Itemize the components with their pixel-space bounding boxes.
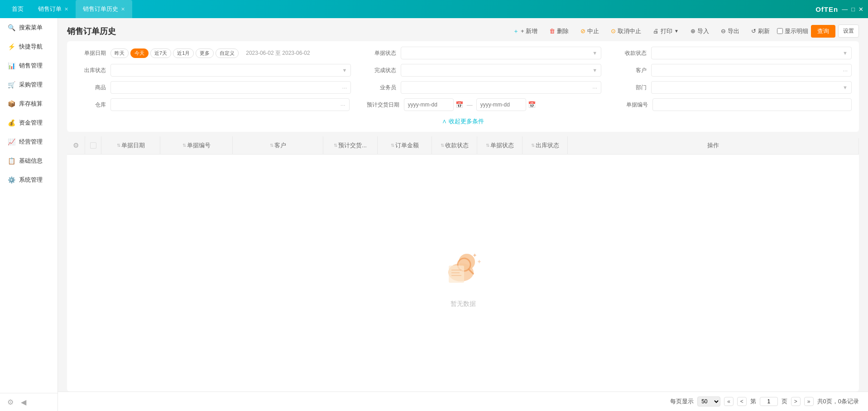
collapse-label: ∧ 收起更多条件 — [442, 117, 484, 126]
page-number-input[interactable] — [760, 397, 778, 406]
sidebar-collapse-icon[interactable]: ◀ — [21, 398, 26, 406]
date-btn-today[interactable]: 今天 — [130, 48, 149, 58]
tab-sales-order-label: 销售订单 — [38, 5, 62, 13]
last-page-btn[interactable]: » — [804, 397, 814, 406]
shipment-status-select[interactable]: ▼ — [110, 64, 351, 77]
payment-status-select[interactable]: ▼ — [651, 47, 852, 59]
customer-control: ··· — [651, 64, 852, 77]
purchase-mgmt-icon: 🛒 — [7, 81, 15, 89]
salesperson-select[interactable]: ··· — [401, 81, 601, 94]
sidebar-item-quick-nav[interactable]: ⚡ 快捷导航 — [0, 37, 58, 56]
new-button[interactable]: ＋ + 新增 — [508, 25, 542, 38]
topbar-tabs: 首页 销售订单 ✕ 销售订单历史 ✕ — [5, 0, 132, 18]
empty-illustration: ✦ ✦ — [436, 238, 490, 293]
shipment-status-dropdown-icon: ▼ — [342, 68, 347, 73]
tab-home[interactable]: 首页 — [5, 0, 31, 18]
warehouse-select[interactable]: ··· — [110, 98, 350, 111]
sort-icon-customer: ⇅ — [270, 143, 273, 148]
minimize-btn[interactable]: — — [842, 6, 848, 13]
sidebar-item-basic-info[interactable]: 📋 基础信息 — [0, 151, 58, 170]
column-settings-icon[interactable]: ⚙ — [73, 141, 79, 150]
sidebar-label-finance-mgmt: 资金管理 — [19, 119, 43, 127]
date-btn-more[interactable]: 更多 — [196, 48, 214, 58]
stop-button[interactable]: ⊘ 中止 — [576, 25, 604, 38]
th-checkbox — [85, 136, 101, 154]
complete-status-select[interactable]: ▼ — [401, 64, 601, 77]
maximize-btn[interactable]: □ — [851, 6, 855, 13]
print-dropdown-icon: ▼ — [674, 29, 679, 34]
export-icon: ⊖ — [721, 28, 726, 34]
sidebar-item-sys-mgmt[interactable]: ⚙️ 系统管理 — [0, 170, 58, 189]
tab-sales-order-history[interactable]: 销售订单历史 ✕ — [76, 0, 132, 18]
next-page-btn[interactable]: > — [791, 397, 801, 406]
sidebar-item-purchase-mgmt[interactable]: 🛒 采购管理 — [0, 75, 58, 94]
sidebar-item-inventory-check[interactable]: 📦 库存核算 — [0, 94, 58, 113]
th-payment-label: 收款状态 — [445, 141, 469, 150]
prev-page-btn[interactable]: < — [737, 397, 747, 406]
th-customer[interactable]: ⇅ 客户 — [233, 136, 323, 154]
stop-icon: ⊘ — [580, 28, 585, 34]
print-icon: 🖨 — [653, 28, 659, 34]
sidebar-item-sales-mgmt[interactable]: 📊 销售管理 — [0, 56, 58, 75]
th-number[interactable]: ⇅ 单据编号 — [160, 136, 233, 154]
settings-button[interactable]: 设置 — [838, 24, 859, 38]
th-delivery[interactable]: ⇅ 预计交货... — [323, 136, 378, 154]
delivery-date-to[interactable] — [476, 98, 526, 111]
th-payment-status[interactable]: ⇅ 收款状态 — [432, 136, 477, 154]
calendar-to-icon[interactable]: 📅 — [528, 101, 536, 108]
first-page-btn[interactable]: « — [724, 397, 734, 406]
cancel-stop-button[interactable]: ⊙ 取消中止 — [606, 25, 646, 38]
cancel-stop-icon: ⊙ — [611, 28, 616, 34]
export-button[interactable]: ⊖ 导出 — [716, 25, 744, 38]
order-status-select[interactable]: ▼ — [401, 47, 601, 59]
search-menu-icon: 🔍 — [7, 24, 15, 32]
order-number-input[interactable] — [652, 98, 852, 111]
department-select[interactable]: ▼ — [651, 81, 852, 94]
date-range-text: 2023-06-02 至 2023-06-02 — [246, 49, 310, 57]
sidebar-settings-icon[interactable]: ⚙ — [7, 398, 14, 406]
product-dots[interactable]: ··· — [342, 84, 347, 91]
th-date[interactable]: ⇅ 单据日期 — [101, 136, 160, 154]
import-button[interactable]: ⊕ 导入 — [686, 25, 714, 38]
close-sales-order-tab[interactable]: ✕ — [64, 6, 68, 12]
date-btn-yesterday[interactable]: 昨天 — [110, 48, 129, 58]
th-amount[interactable]: ⇅ 订单金额 — [378, 136, 432, 154]
delete-button[interactable]: 🗑 删除 — [545, 25, 573, 38]
collapse-bar[interactable]: ∧ 收起更多条件 — [74, 116, 852, 126]
sidebar-nav: 🔍 搜索菜单 ⚡ 快捷导航 📊 销售管理 🛒 采购管理 📦 库存核算 💰 — [0, 18, 58, 189]
select-all-checkbox[interactable] — [90, 142, 96, 149]
query-button[interactable]: 查询 — [811, 25, 835, 38]
th-shipment-status[interactable]: ⇅ 出库状态 — [523, 136, 568, 154]
date-btn-custom[interactable]: 自定义 — [216, 48, 239, 58]
ops-mgmt-icon: 📈 — [7, 138, 15, 146]
sidebar-label-sales-mgmt: 销售管理 — [19, 62, 43, 70]
calendar-from-icon[interactable]: 📅 — [456, 101, 463, 108]
sidebar-item-search-menu[interactable]: 🔍 搜索菜单 — [0, 18, 58, 37]
show-detail-checkbox-wrapper[interactable]: 显示明细 — [777, 27, 808, 35]
sidebar: 🔍 搜索菜单 ⚡ 快捷导航 📊 销售管理 🛒 采购管理 📦 库存核算 💰 — [0, 18, 58, 411]
product-select[interactable]: ··· — [110, 81, 351, 94]
customer-select[interactable]: ··· — [651, 64, 852, 77]
customer-dots[interactable]: ··· — [843, 67, 848, 74]
warehouse-label: 仓库 — [74, 101, 106, 109]
per-page-select[interactable]: 50 10 20 100 — [697, 396, 720, 406]
date-btn-last1month[interactable]: 近1月 — [173, 48, 194, 58]
show-detail-checkbox[interactable] — [777, 28, 783, 34]
warehouse-dots[interactable]: ··· — [340, 102, 345, 108]
delivery-date-from[interactable] — [404, 98, 454, 111]
sidebar-item-finance-mgmt[interactable]: 💰 资金管理 — [0, 113, 58, 132]
th-order-status[interactable]: ⇅ 单据状态 — [477, 136, 523, 154]
date-btn-last7[interactable]: 近7天 — [150, 48, 171, 58]
shipment-status-label: 出库状态 — [74, 67, 106, 74]
sidebar-label-inventory-check: 库存核算 — [19, 100, 43, 108]
sidebar-item-ops-mgmt[interactable]: 📈 经营管理 — [0, 132, 58, 151]
salesperson-dots[interactable]: ··· — [592, 84, 597, 91]
close-sales-order-history-tab[interactable]: ✕ — [121, 6, 125, 12]
th-settings[interactable]: ⚙ — [67, 136, 85, 154]
stop-label: 中止 — [587, 27, 599, 35]
refresh-button[interactable]: ↺ 刷新 — [747, 25, 774, 38]
tab-sales-order[interactable]: 销售订单 ✕ — [31, 0, 76, 18]
brand-label: OfTEn — [815, 5, 838, 13]
print-button[interactable]: 🖨 打印 ▼ — [648, 25, 683, 38]
close-btn[interactable]: ✕ — [858, 6, 863, 13]
